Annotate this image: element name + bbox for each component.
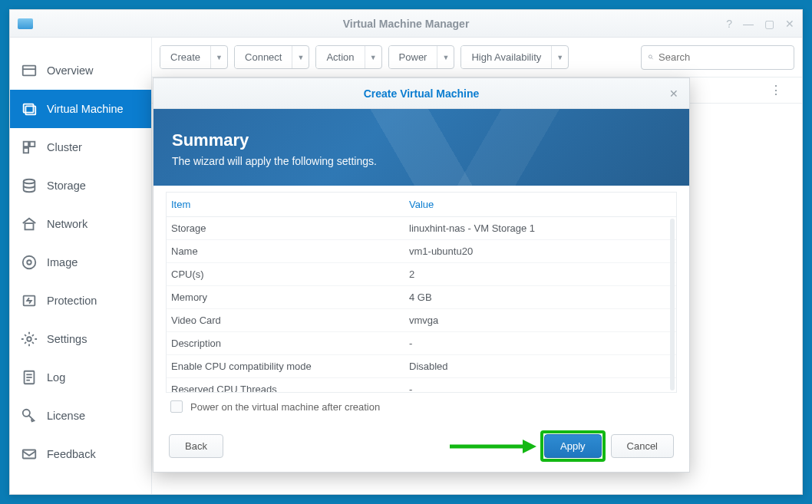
search-input[interactable] bbox=[659, 51, 787, 63]
overview-icon bbox=[21, 62, 38, 79]
vm-icon bbox=[21, 100, 38, 117]
search-icon bbox=[648, 51, 654, 63]
row-item: Name bbox=[171, 245, 409, 257]
banner-subtitle: The wizard will apply the following sett… bbox=[172, 155, 671, 167]
sidebar-item-storage[interactable]: Storage bbox=[10, 166, 151, 205]
log-icon bbox=[21, 369, 38, 386]
row-item: Memory bbox=[171, 292, 409, 303]
dialog-overlay: Create Virtual Machine ✕ Summary The wiz… bbox=[153, 77, 679, 476]
sidebar-item-log[interactable]: Log bbox=[10, 358, 151, 397]
sidebar-item-label: Protection bbox=[47, 295, 97, 307]
power-button[interactable]: Power bbox=[389, 46, 437, 68]
svg-point-19 bbox=[649, 55, 652, 58]
row-value: 4 GB bbox=[409, 292, 672, 303]
sidebar-item-label: Feedback bbox=[47, 448, 96, 460]
sidebar-item-label: Virtual Machine bbox=[47, 103, 124, 115]
high-availability-button[interactable]: High Availability bbox=[461, 46, 551, 68]
row-value: vm1-ubuntu20 bbox=[409, 245, 672, 257]
close-icon[interactable]: ✕ bbox=[785, 18, 794, 30]
table-row: Memory4 GB bbox=[167, 286, 676, 309]
row-value: linuxhint-nas - VM Storage 1 bbox=[409, 222, 672, 234]
row-value: 2 bbox=[409, 268, 672, 280]
sidebar-item-overview[interactable]: Overview bbox=[10, 51, 151, 90]
create-caret[interactable]: ▼ bbox=[210, 46, 227, 68]
sidebar-item-license[interactable]: License bbox=[10, 397, 151, 435]
app-title: Virtual Machine Manager bbox=[10, 18, 802, 30]
row-item: Description bbox=[171, 338, 409, 349]
annotation-arrow bbox=[446, 435, 538, 458]
create-vm-dialog: Create Virtual Machine ✕ Summary The wiz… bbox=[153, 77, 690, 473]
connect-button[interactable]: Connect bbox=[235, 46, 292, 68]
table-row: Enable CPU compatibility modeDisabled bbox=[167, 355, 676, 378]
summary-table: Item Value Storagelinuxhint-nas - VM Sto… bbox=[153, 186, 689, 396]
sidebar-item-feedback[interactable]: Feedback bbox=[10, 435, 151, 473]
dialog-titlebar: Create Virtual Machine ✕ bbox=[153, 78, 689, 109]
svg-rect-18 bbox=[23, 450, 36, 459]
sidebar-item-virtual-machine[interactable]: Virtual Machine bbox=[10, 90, 151, 128]
row-item: Reserved CPU Threads bbox=[171, 384, 409, 393]
svg-point-7 bbox=[24, 180, 35, 184]
sidebar-item-label: Image bbox=[47, 256, 78, 268]
power-on-row: Power on the virtual machine after creat… bbox=[153, 396, 689, 423]
maximize-icon[interactable]: ▢ bbox=[764, 18, 774, 30]
sidebar-item-label: Network bbox=[47, 218, 87, 230]
search-wrap[interactable] bbox=[641, 45, 794, 70]
cluster-icon bbox=[21, 139, 38, 156]
table-row: Reserved CPU Threads- bbox=[167, 378, 676, 393]
svg-rect-8 bbox=[25, 223, 34, 229]
table-row: Namevm1-ubuntu20 bbox=[167, 240, 676, 263]
col-item-header: Item bbox=[171, 199, 409, 210]
apply-highlight: Apply bbox=[544, 434, 602, 458]
row-value: - bbox=[409, 384, 672, 393]
dialog-close-icon[interactable]: ✕ bbox=[669, 87, 678, 100]
protection-icon bbox=[21, 292, 38, 309]
dialog-footer: Back Apply Cancel bbox=[153, 423, 689, 472]
app-window: Virtual Machine Manager ? — ▢ ✕ Overview… bbox=[9, 9, 803, 495]
feedback-icon bbox=[21, 446, 38, 463]
sidebar-item-image[interactable]: Image bbox=[10, 243, 151, 282]
sidebar-item-settings[interactable]: Settings bbox=[10, 320, 151, 358]
row-item: CPU(s) bbox=[171, 268, 409, 280]
sidebar-item-network[interactable]: Network bbox=[10, 205, 151, 243]
sidebar-item-protection[interactable]: Protection bbox=[10, 282, 151, 320]
sidebar-item-label: Log bbox=[47, 371, 65, 384]
table-row: Storagelinuxhint-nas - VM Storage 1 bbox=[167, 217, 676, 240]
sidebar-item-label: Overview bbox=[47, 64, 93, 77]
power-on-checkbox[interactable] bbox=[170, 400, 183, 413]
row-value: - bbox=[409, 338, 672, 349]
power-caret[interactable]: ▼ bbox=[437, 46, 454, 68]
sidebar-item-cluster[interactable]: Cluster bbox=[10, 128, 151, 166]
apply-button[interactable]: Apply bbox=[544, 434, 602, 458]
sidebar-item-label: Cluster bbox=[47, 141, 82, 153]
svg-rect-0 bbox=[23, 66, 36, 76]
scrollbar[interactable] bbox=[670, 219, 675, 390]
row-item: Enable CPU compatibility mode bbox=[171, 361, 409, 372]
titlebar: Virtual Machine Manager ? — ▢ ✕ bbox=[10, 10, 802, 38]
sidebar: Overview Virtual Machine Cluster Storage… bbox=[10, 38, 152, 494]
dialog-title: Create Virtual Machine bbox=[364, 87, 480, 100]
svg-rect-5 bbox=[30, 142, 35, 147]
create-button[interactable]: Create bbox=[160, 46, 210, 68]
summary-table-head: Item Value bbox=[166, 192, 677, 216]
summary-table-body: Storagelinuxhint-nas - VM Storage 1Namev… bbox=[166, 216, 677, 393]
minimize-icon[interactable]: — bbox=[743, 18, 754, 30]
cancel-button[interactable]: Cancel bbox=[611, 434, 674, 458]
sidebar-item-label: Settings bbox=[47, 333, 87, 345]
connect-caret[interactable]: ▼ bbox=[292, 46, 309, 68]
row-value: vmvga bbox=[409, 315, 672, 326]
license-icon bbox=[21, 407, 38, 424]
banner-title: Summary bbox=[172, 130, 671, 150]
help-icon[interactable]: ? bbox=[726, 18, 732, 30]
action-button[interactable]: Action bbox=[316, 46, 364, 68]
svg-rect-6 bbox=[24, 148, 28, 153]
sidebar-item-label: License bbox=[47, 410, 85, 422]
action-caret[interactable]: ▼ bbox=[365, 46, 381, 68]
table-row: CPU(s)2 bbox=[167, 263, 676, 286]
app-icon bbox=[18, 18, 33, 29]
ha-caret[interactable]: ▼ bbox=[551, 46, 568, 68]
toolbar: Create ▼ Connect ▼ Action ▼ Power ▼ High… bbox=[152, 38, 802, 77]
column-menu-icon[interactable]: ⋮ bbox=[765, 83, 787, 97]
back-button[interactable]: Back bbox=[169, 434, 223, 458]
image-icon bbox=[21, 254, 38, 271]
svg-marker-22 bbox=[523, 440, 536, 453]
